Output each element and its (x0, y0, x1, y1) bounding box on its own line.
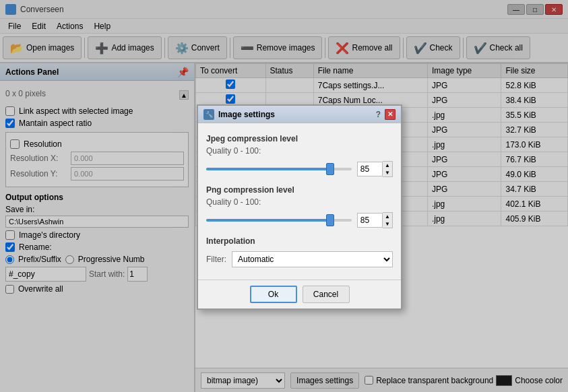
jpeg-spinbox: ▲ ▼ (357, 161, 393, 177)
filter-label: Filter: (206, 255, 226, 264)
png-quality-label: Quality 0 - 100: (206, 197, 393, 207)
dialog-body: Jpeg compression level Quality 0 - 100: … (198, 123, 401, 280)
jpeg-spinbox-up[interactable]: ▲ (383, 162, 392, 169)
png-quality-input[interactable] (357, 213, 383, 228)
jpeg-quality-label: Quality 0 - 100: (206, 146, 393, 156)
jpeg-section-title: Jpeg compression level (206, 134, 393, 143)
png-spinbox-up[interactable]: ▲ (383, 213, 392, 220)
dialog-cancel-button[interactable]: Cancel (303, 286, 350, 303)
dialog-help-button[interactable]: ? (376, 110, 381, 119)
png-spinbox-down[interactable]: ▼ (383, 220, 392, 228)
dialog-close-button[interactable]: ✕ (385, 109, 396, 120)
jpeg-spinbox-down[interactable]: ▼ (383, 169, 392, 176)
png-section-title: Png compression level (206, 185, 393, 195)
jpeg-quality-input[interactable] (357, 162, 383, 176)
dialog-title-text: Image settings (218, 110, 372, 119)
dialog-footer: Ok Cancel (198, 280, 401, 308)
jpeg-slider-thumb[interactable] (326, 163, 334, 175)
dialog-title-bar: 🔧 Image settings ? ✕ (198, 106, 401, 123)
dialog-ok-button[interactable]: Ok (250, 286, 297, 303)
png-spinbox: ▲ ▼ (357, 212, 393, 228)
png-spinbox-arrows: ▲ ▼ (383, 212, 393, 228)
jpeg-slider-track[interactable] (206, 168, 352, 170)
jpeg-slider-fill (206, 168, 330, 170)
png-slider-track[interactable] (206, 219, 352, 222)
filter-select[interactable]: Automatic Nearest Bilinear Bicubic Lancz… (232, 251, 393, 267)
dialog-icon: 🔧 (203, 109, 214, 120)
png-slider-fill (206, 219, 330, 222)
png-slider-thumb[interactable] (326, 214, 334, 226)
jpeg-slider-row: ▲ ▼ (206, 161, 393, 177)
dialog-overlay: 🔧 Image settings ? ✕ Jpeg compression le… (0, 0, 568, 392)
png-slider-row: ▲ ▼ (206, 212, 393, 228)
image-settings-dialog: 🔧 Image settings ? ✕ Jpeg compression le… (197, 104, 402, 310)
interpolation-row: Filter: Automatic Nearest Bilinear Bicub… (206, 251, 393, 267)
jpeg-spinbox-arrows: ▲ ▼ (383, 161, 393, 177)
interpolation-title: Interpolation (206, 236, 393, 246)
